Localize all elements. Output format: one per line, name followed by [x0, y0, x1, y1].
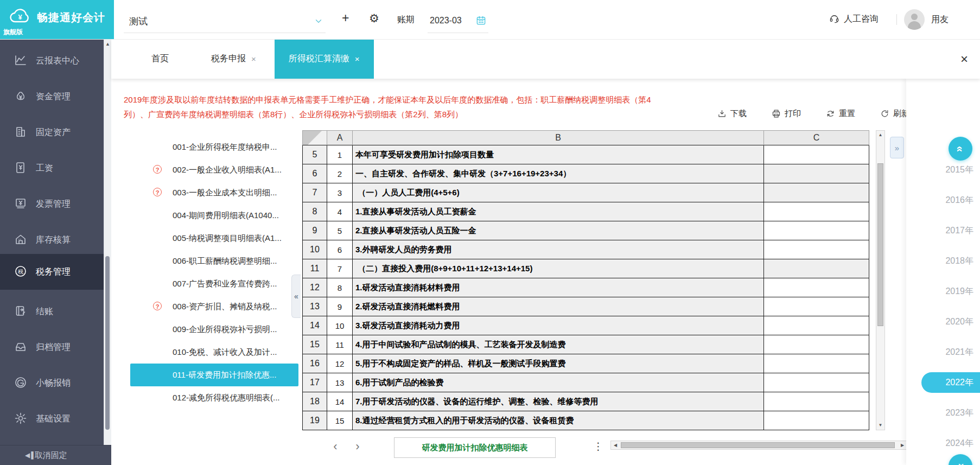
cell-b[interactable]: 3.研发活动直接消耗动力费用 [353, 316, 764, 335]
cell-b[interactable]: 1.直接从事研发活动人员工资薪金 [353, 202, 764, 221]
row-header[interactable]: 15 [302, 335, 327, 354]
row-header[interactable]: 13 [302, 297, 327, 316]
cell-a[interactable]: 3 [327, 183, 353, 202]
year-item[interactable]: 2017年 [906, 215, 980, 246]
cell-c[interactable] [764, 221, 869, 240]
year-item[interactable]: 2022年 [921, 372, 980, 393]
cell-c[interactable] [764, 316, 869, 335]
sidebar-scrollbar-thumb[interactable] [105, 256, 110, 430]
cell-c[interactable] [764, 278, 869, 297]
cell-a[interactable]: 2 [327, 164, 353, 183]
sidebar-item-closing[interactable]: 结账 [0, 290, 111, 326]
cell-c[interactable] [764, 183, 869, 202]
row-header[interactable]: 16 [302, 354, 327, 373]
row-header[interactable]: 14 [302, 316, 327, 335]
year-item[interactable]: 2016年 [906, 185, 980, 215]
cell-a[interactable]: 4 [327, 202, 353, 221]
row-header[interactable]: 19 [302, 411, 327, 430]
support-button[interactable]: 人工咨询 [829, 13, 879, 26]
reset-button[interactable]: 重置 [826, 109, 855, 119]
column-header-B[interactable]: B [353, 130, 764, 145]
sidebar-item-invoice[interactable]: 发票管理 [0, 182, 111, 218]
form-list-item[interactable]: 004-期间费用明细表(A1040... [130, 204, 298, 227]
chevron-down-icon[interactable] [314, 16, 323, 28]
cell-b[interactable]: 1.研发活动直接消耗材料费用 [353, 278, 764, 297]
tab-close-icon[interactable]: × [355, 54, 360, 63]
cell-a[interactable]: 7 [327, 259, 353, 278]
sidebar-item-inventory[interactable]: 库存核算 [0, 218, 111, 254]
row-header[interactable]: 7 [302, 183, 327, 202]
row-header[interactable]: 10 [302, 240, 327, 259]
more-dots-icon[interactable]: ⋮ [593, 440, 603, 453]
cell-a[interactable]: 9 [327, 297, 353, 316]
refresh-button[interactable]: 刷新 [880, 109, 909, 119]
form-list-item[interactable]: 006-职工薪酬纳税调整明细... [130, 250, 298, 272]
cell-a[interactable]: 5 [327, 221, 353, 240]
help-icon[interactable]: ? [153, 165, 162, 174]
row-header[interactable]: 17 [302, 373, 327, 392]
cell-a[interactable]: 1 [327, 145, 353, 164]
row-header[interactable]: 9 [302, 221, 327, 240]
cell-a[interactable]: 11 [327, 335, 353, 354]
help-icon[interactable]: ? [153, 188, 162, 196]
horizontal-scrollbar-thumb[interactable] [621, 442, 895, 448]
cell-c[interactable] [764, 202, 869, 221]
cell-b[interactable]: 6.用于试制产品的检验费 [353, 373, 764, 392]
collapse-panel-handle[interactable]: « [291, 275, 301, 318]
sidebar-scrollbar[interactable]: ▲ [104, 39, 111, 445]
sidebar-item-cloud-report[interactable]: 云报表中心 [0, 39, 111, 75]
tab-tax-declare[interactable]: 税务申报× [198, 39, 269, 79]
select-all-corner[interactable] [302, 130, 327, 145]
tab-home[interactable]: 首页 [138, 39, 182, 79]
cell-c[interactable] [764, 259, 869, 278]
period-picker[interactable]: 2023-03 [428, 10, 488, 33]
cell-a[interactable]: 13 [327, 373, 353, 392]
cell-c[interactable] [764, 240, 869, 259]
form-list-item[interactable]: 001-企业所得税年度纳税申... [130, 136, 298, 158]
cell-b[interactable]: 8.通过经营租赁方式租入的用于研发活动的仪器、设备租赁费 [353, 411, 764, 430]
download-button[interactable]: 下载 [717, 109, 747, 119]
column-header-A[interactable]: A [327, 130, 353, 145]
sheet-tab[interactable]: 研发费用加计扣除优惠明细表 [394, 437, 556, 458]
print-button[interactable]: 打印 [772, 109, 801, 119]
year-item[interactable]: 2020年 [906, 307, 980, 337]
form-list-item[interactable]: 012-减免所得税优惠明细表(... [130, 386, 298, 409]
row-header[interactable]: 5 [302, 145, 327, 164]
form-list-item[interactable]: 010-免税、减计收入及加计... [130, 341, 298, 364]
cell-b[interactable]: 本年可享受研发费用加计扣除项目数量 [353, 145, 764, 164]
scroll-up-icon[interactable]: ▲ [104, 41, 111, 47]
sidebar-item-archive[interactable]: 归档管理 [0, 326, 111, 361]
sheet-horizontal-scrollbar[interactable]: ◀ ▶ [610, 441, 907, 450]
cell-b[interactable]: （二）直接投入费用(8+9+10+11+12+13+14+15) [353, 259, 764, 278]
avatar[interactable] [904, 9, 925, 30]
cell-c[interactable] [764, 411, 869, 430]
row-header[interactable]: 11 [302, 259, 327, 278]
form-list-item[interactable]: 009-企业所得税弥补亏损明... [130, 318, 298, 341]
year-item[interactable]: 2015年 [906, 155, 980, 185]
form-list-item[interactable]: 005-纳税调整项目明细表(A1... [130, 227, 298, 250]
close-icon[interactable]: × [960, 52, 968, 67]
sidebar-item-settings[interactable]: 基础设置 [0, 397, 111, 433]
sidebar-item-reimburse[interactable]: 小畅报销 [0, 361, 111, 397]
sheet-vertical-scrollbar[interactable]: ▲ ▼ [876, 130, 885, 430]
help-icon[interactable]: ? [153, 302, 162, 310]
scroll-left-icon[interactable]: ◀ [611, 441, 620, 449]
scroll-right-icon[interactable]: ▶ [898, 441, 907, 449]
form-list-item[interactable]: ?008-资产折旧、摊销及纳税... [130, 295, 298, 318]
unpin-sidebar-button[interactable]: ◀▐ 取消固定 [0, 445, 111, 465]
scroll-up-icon[interactable]: ▲ [876, 131, 884, 139]
sidebar-item-funds[interactable]: 资金管理 [0, 75, 111, 111]
cell-c[interactable] [764, 373, 869, 392]
row-header[interactable]: 18 [302, 392, 327, 411]
cell-a[interactable]: 15 [327, 411, 353, 430]
sidebar-item-fixed-assets[interactable]: 固定资产 [0, 111, 111, 146]
cell-c[interactable] [764, 354, 869, 373]
cell-b[interactable]: 5.用于不构成固定资产的样品、样机及一般测试手段购置费 [353, 354, 764, 373]
cell-a[interactable]: 14 [327, 392, 353, 411]
cell-b[interactable]: 2.直接从事研发活动人员五险一金 [353, 221, 764, 240]
cell-c[interactable] [764, 145, 869, 164]
cell-b[interactable]: 2.研发活动直接消耗燃料费用 [353, 297, 764, 316]
gear-icon[interactable]: ⚙ [369, 12, 379, 24]
add-account-set-button[interactable]: + [342, 12, 349, 24]
account-select[interactable]: 测试 [124, 10, 326, 33]
